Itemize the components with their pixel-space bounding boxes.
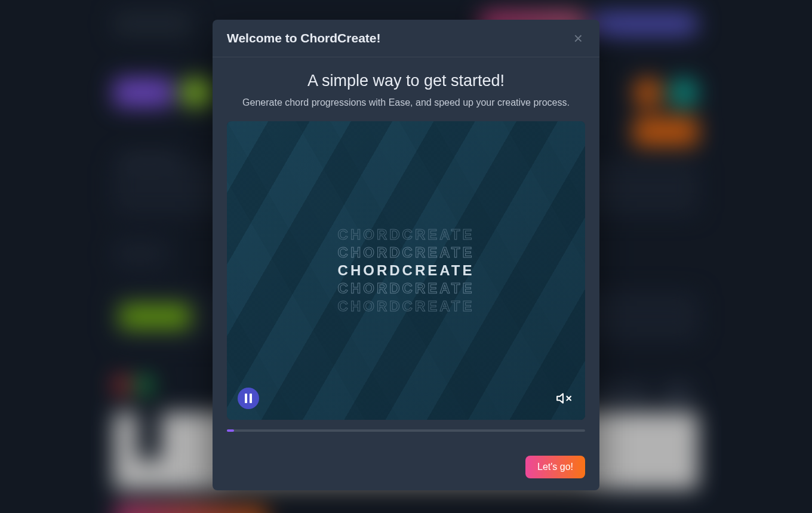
brand-logo-text: CHORDCREATE CHORDCREATE CHORDCREATE CHOR… — [338, 226, 475, 315]
pause-button[interactable] — [238, 388, 259, 409]
modal-heading: A simple way to get started! — [227, 72, 585, 90]
modal-header: Welcome to ChordCreate! × — [213, 20, 599, 57]
video-progress-fill — [227, 429, 234, 432]
modal-overlay: Welcome to ChordCreate! × A simple way t… — [0, 0, 812, 513]
video-controls — [238, 388, 574, 409]
lets-go-button[interactable]: Let's go! — [525, 456, 585, 478]
welcome-modal: Welcome to ChordCreate! × A simple way t… — [213, 20, 599, 490]
mute-button[interactable] — [553, 388, 574, 409]
video-player[interactable]: CHORDCREATE CHORDCREATE CHORDCREATE CHOR… — [227, 121, 585, 420]
modal-title: Welcome to ChordCreate! — [227, 31, 381, 45]
modal-footer: Let's go! — [213, 446, 599, 490]
modal-subheading: Generate chord progressions with Ease, a… — [227, 97, 585, 108]
pause-icon — [245, 394, 252, 403]
close-button[interactable]: × — [571, 30, 585, 46]
modal-body: A simple way to get started! Generate ch… — [213, 57, 599, 446]
video-progress-bar[interactable] — [227, 429, 585, 432]
svg-marker-0 — [557, 394, 563, 403]
volume-muted-icon — [556, 391, 571, 406]
